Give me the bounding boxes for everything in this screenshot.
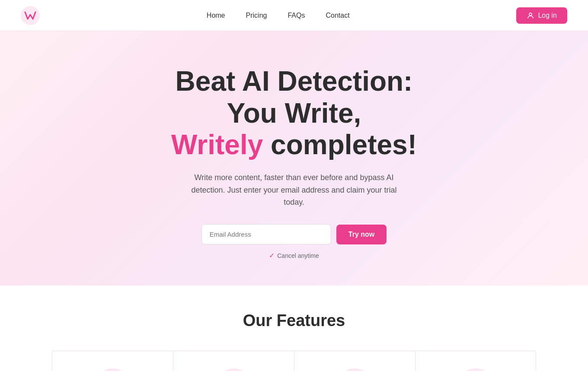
hero-section: Beat AI Detection: You Write, Writely co… — [0, 31, 588, 285]
features-grid: Write article Write a short story Poetry… — [35, 351, 553, 371]
nav-item-contact[interactable]: Contact — [326, 12, 349, 19]
email-input[interactable] — [201, 224, 331, 244]
logo[interactable] — [21, 6, 40, 25]
pen-nib-icon-wrap — [214, 368, 253, 371]
hero-heading: Beat AI Detection: You Write, Writely co… — [9, 66, 579, 161]
nav-item-faqs[interactable]: FAQs — [288, 12, 305, 19]
nav-links: Home Pricing FAQs Contact — [207, 12, 350, 19]
nav-item-pricing[interactable]: Pricing — [246, 12, 267, 19]
feature-card-writely-chat: WritelyCHAT Your very own assistant — [415, 351, 536, 371]
svg-point-1 — [529, 13, 532, 16]
chat-icon-wrap — [456, 368, 495, 371]
login-button[interactable]: Log in — [516, 7, 567, 24]
feature-card-write-article: Write article — [52, 351, 173, 371]
cancel-anytime: ✓ Cancel anytime — [9, 251, 579, 260]
features-title: Our Features — [9, 311, 579, 330]
hero-subtitle: Write more content, faster than ever bef… — [190, 171, 398, 209]
features-section: Our Features Write article — [0, 285, 588, 371]
nav-item-home[interactable]: Home — [207, 12, 225, 19]
user-icon — [527, 12, 534, 19]
document-icon-wrap — [93, 368, 132, 371]
feature-card-write-short-story: Write a short story Poetry, story writin… — [173, 351, 294, 371]
check-icon: ✓ — [269, 251, 275, 260]
navbar: Home Pricing FAQs Contact Log in — [0, 0, 588, 31]
envelope-icon-wrap — [336, 368, 374, 371]
feature-card-write-emails: Write emails Cold emails, complaints, et… — [294, 351, 415, 371]
try-now-button[interactable]: Try now — [336, 225, 387, 244]
hero-form: Try now — [9, 224, 579, 244]
